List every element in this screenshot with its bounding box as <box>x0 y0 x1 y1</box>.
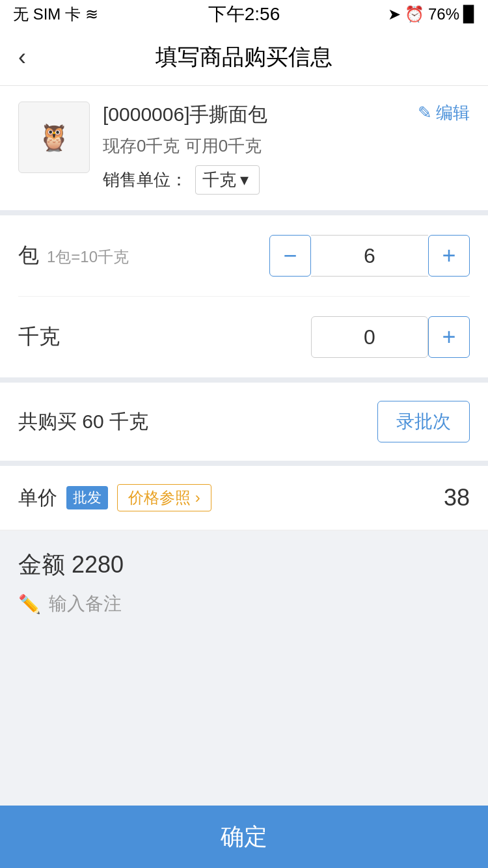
quantity-row-bag: 包 1包=10千克 − + <box>18 215 470 297</box>
total-section: 共购买 60 千克 录批次 <box>0 383 488 466</box>
bag-unit-label: 包 <box>18 241 39 270</box>
quantity-input-kg[interactable] <box>311 316 428 358</box>
remark-row[interactable]: ✏️ 输入备注 <box>18 591 470 616</box>
dropdown-arrow-icon: ▾ <box>240 170 249 190</box>
status-time: 下午2:56 <box>208 2 280 27</box>
nav-bar: ‹ 填写商品购买信息 <box>0 29 488 86</box>
status-left: 无 SIM 卡 ≋ <box>13 4 98 25</box>
batch-button[interactable]: 录批次 <box>377 401 470 442</box>
edit-label: 编辑 <box>436 102 470 124</box>
price-value: 38 <box>444 484 470 511</box>
amount-section: 金额 2280 ✏️ 输入备注 <box>0 531 488 634</box>
quantity-label-bag: 包 1包=10千克 <box>18 241 129 270</box>
page-title: 填写商品购买信息 <box>156 42 332 72</box>
pencil-icon: ✏️ <box>18 593 41 615</box>
status-bar: 无 SIM 卡 ≋ 下午2:56 ➤ ⏰ 76% ▉ <box>0 0 488 29</box>
quantity-label-kg: 千克 <box>18 323 60 351</box>
remark-label: 输入备注 <box>49 591 122 616</box>
increment-bag-button[interactable]: + <box>428 235 470 277</box>
unit-value: 千克 <box>202 169 236 191</box>
total-text: 共购买 60 千克 <box>18 409 148 435</box>
increment-kg-button[interactable]: + <box>428 316 470 358</box>
price-label: 单价 <box>18 485 57 511</box>
product-image: 🦉 <box>18 102 90 173</box>
quantity-row-kg: 千克 + <box>18 297 470 377</box>
total-prefix: 共购买 <box>18 411 77 432</box>
alarm-icon: ⏰ <box>405 5 424 23</box>
product-name: [0000006]手撕面包 <box>103 102 470 128</box>
battery-text: 76% <box>428 5 459 23</box>
owl-logo-icon: 🦉 <box>38 122 70 153</box>
quantity-controls-bag: − + <box>269 235 470 277</box>
unit-dropdown[interactable]: 千克 ▾ <box>195 165 260 195</box>
product-unit-row: 销售单位： 千克 ▾ <box>103 165 470 195</box>
edit-button[interactable]: ✎ 编辑 <box>418 102 470 124</box>
price-left: 单价 批发 价格参照 › <box>18 484 211 511</box>
decrement-bag-button[interactable]: − <box>269 235 311 277</box>
battery-icon: ▉ <box>463 5 475 23</box>
quantity-input-bag[interactable] <box>311 235 428 277</box>
amount-row: 金额 2280 <box>18 549 470 581</box>
amount-label: 金额 <box>18 551 65 578</box>
quantity-section: 包 1包=10千克 − + 千克 + <box>0 215 488 383</box>
unit-label: 销售单位： <box>103 169 187 191</box>
product-card: 🦉 [0000006]手撕面包 现存0千克 可用0千克 销售单位： 千克 ▾ ✎… <box>0 86 488 215</box>
total-amount-value: 60 <box>82 411 103 432</box>
quantity-controls-kg: + <box>311 316 470 358</box>
sim-status: 无 SIM 卡 ≋ <box>13 4 98 25</box>
price-tag-pifa: 批发 <box>66 486 108 509</box>
product-stock: 现存0千克 可用0千克 <box>103 135 470 157</box>
kg-unit-label: 千克 <box>18 323 60 351</box>
location-icon: ➤ <box>388 5 401 23</box>
edit-icon: ✎ <box>418 103 432 123</box>
product-info: [0000006]手撕面包 现存0千克 可用0千克 销售单位： 千克 ▾ <box>103 102 470 195</box>
back-button[interactable]: ‹ <box>18 44 26 71</box>
status-right: ➤ ⏰ 76% ▉ <box>388 5 475 23</box>
bag-hint: 1包=10千克 <box>47 247 129 267</box>
amount-value: 2280 <box>72 551 124 578</box>
price-section: 单价 批发 价格参照 › 38 <box>0 466 488 531</box>
total-unit-value: 千克 <box>109 411 148 432</box>
confirm-button[interactable]: 确定 <box>0 806 488 868</box>
price-ref-button[interactable]: 价格参照 › <box>117 484 211 511</box>
